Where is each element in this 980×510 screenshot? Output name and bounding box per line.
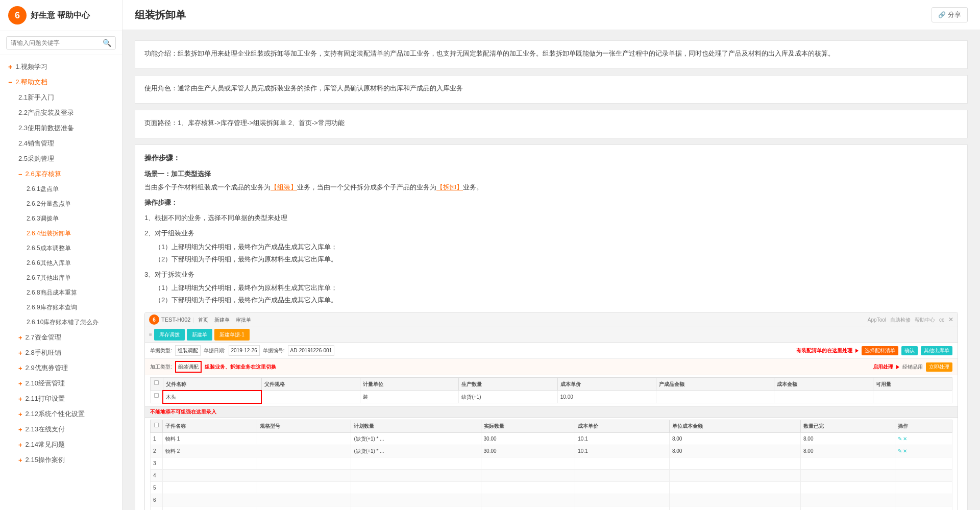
sidebar-item-pay[interactable]: + 2.13在线支付 — [0, 422, 122, 437]
step2-2: （2）下部明细为子件明细，最终作为原材料生成其它出库单。 — [155, 254, 958, 265]
sc-col-checkbox — [151, 378, 163, 391]
sidebar-item-print[interactable]: + 2.11打印设置 — [0, 391, 122, 406]
sc-annotation4: 启用处理 — [873, 362, 893, 371]
sc-select-all[interactable] — [154, 380, 159, 385]
sidebar-item-ops[interactable]: + 2.10经营管理 — [0, 376, 122, 391]
sc-annotation1: 有装配清单的在这里处理 — [796, 346, 852, 355]
ops-steps-title: 操作步骤： — [144, 199, 178, 206]
sidebar-item-mobile[interactable]: + 2.8手机旺铺 — [0, 345, 122, 360]
sc-lower-col-done: 数量已完 — [801, 420, 895, 432]
sc-lower-col-actual-qty: 实际数量 — [481, 420, 575, 432]
sidebar-item-2.6.4[interactable]: 2.6.4组装拆卸单 — [0, 226, 122, 241]
sc-tab-new-doc[interactable]: 新建单 — [187, 329, 212, 341]
sc-date-value: 2019-12-26 — [229, 345, 260, 356]
sc-btn-match[interactable]: 选择配料清单 — [862, 346, 898, 355]
sc-new-doc-btn[interactable]: 新建单据-1 — [214, 329, 250, 341]
sidebar-item-video[interactable]: + 1.视频学习 — [0, 59, 122, 75]
sc-nav-tab-approval[interactable]: 审批单 — [234, 315, 253, 324]
scene1-desc: 当由多个子件材料组装成一个成品的业务为【组装】业务，当由一个父件拆分成多个子产品… — [144, 182, 958, 193]
sc-btn-confirm[interactable]: 确认 — [901, 346, 918, 355]
sc-lower-row-7: 7 — [151, 506, 952, 510]
topbar: 组装拆卸单 🔗 分享 — [122, 0, 980, 30]
sc-btn-apply[interactable]: 立即处理 — [926, 362, 952, 372]
sidebar-item-docs[interactable]: − 2.帮助文档 — [0, 75, 122, 90]
sc-docno-label: 单据编号: — [263, 346, 285, 355]
step2-block: 2、对于组装业务 （1）上部明细为父件明细，最终作为产成品生成其它入库单； （2… — [144, 228, 958, 264]
minus-icon: − — [8, 78, 12, 86]
search-area: 🔍 — [0, 31, 122, 55]
sidebar-item-inventory[interactable]: − 2.6库存核算 — [0, 166, 122, 182]
sc-right-check: 自助检修 — [890, 315, 911, 324]
plus-icon-sys: + — [18, 410, 22, 418]
sc-date-label: 单据日期: — [204, 346, 226, 355]
sc-form-row2: 加工类型: 组装调配 组装业务、拆卸业务在这里切换 启用处理 经销品用 立即处理 — [145, 359, 958, 375]
sc-close-icon[interactable]: ✕ — [948, 314, 953, 325]
sc-upper-table: 父件名称 父件规格 计量单位 生产数量 成本单价 产成品金额 成本金额 可用量 — [150, 377, 952, 404]
share-button[interactable]: 🔗 分享 — [932, 7, 968, 22]
step2: 2、对于组装业务 — [144, 228, 958, 239]
role-text: 使用角色：通常由生产人员或库管人员完成拆装业务的操作，库管人员确认原材料的出库和… — [144, 83, 958, 94]
sc-lower-col-checkbox — [151, 420, 163, 432]
sc-tab-inventory[interactable]: 库存调拨 — [154, 329, 185, 341]
sc-btn-other-out[interactable]: 其他出库单 — [921, 346, 952, 355]
sc-row2-ops[interactable]: ✎ ✕ — [898, 448, 908, 454]
step2-sub: （1）上部明细为父件明细，最终作为产成品生成其它入库单； （2）下部明细为子件明… — [144, 241, 958, 265]
step3-1: （1）上部明细为父件明细，最终作为原材料生成其它出库单； — [155, 282, 958, 294]
sc-doc-type-value: 组装调配 — [175, 345, 201, 356]
step2-1: （1）上部明细为父件明细，最终作为产成品生成其它入库单； — [155, 241, 958, 253]
sidebar-item-install[interactable]: 2.2产品安装及登录 — [0, 105, 122, 120]
sc-col-cost-price: 成本单价 — [557, 378, 656, 391]
sc-annotation3: 不能地添不可组强在这里录入 — [150, 407, 216, 416]
scene1-title: 场景一：加工类型选择 — [144, 170, 211, 178]
sc-row1-ops[interactable]: ✎ ✕ — [898, 436, 908, 442]
sc-col-prod-qty: 生产数量 — [459, 378, 557, 391]
sc-lower-select-all[interactable] — [154, 423, 159, 427]
zuangzhuang-text: 【组装】 — [271, 183, 297, 191]
sidebar-item-sales[interactable]: 2.4销售管理 — [0, 136, 122, 151]
sidebar-item-2.6.7[interactable]: 2.6.7其他出库单 — [0, 271, 122, 285]
sidebar-item-purchase[interactable]: 2.5采购管理 — [0, 151, 122, 166]
sidebar-item-2.6.1[interactable]: 2.6.1盘点单 — [0, 182, 122, 197]
sidebar-item-2.6.9[interactable]: 2.6.9库存账本查询 — [0, 300, 122, 315]
role-card: 使用角色：通常由生产人员或库管人员完成拆装业务的操作，库管人员确认原材料的出库和… — [135, 75, 968, 104]
step1-block: 1、根据不同的业务，选择不同单据的类型来处理 — [144, 212, 958, 224]
sidebar-item-new[interactable]: 2.1新手入门 — [0, 90, 122, 105]
sidebar-item-2.6.6[interactable]: 2.6.6其他入库单 — [0, 256, 122, 271]
sc-right: AppTool 自助检修 帮助中心 cc ✕ — [868, 314, 953, 325]
sidebar-item-2.6.8[interactable]: 2.6.8商品成本重算 — [0, 285, 122, 300]
sc-topbar-divider1: | — [192, 315, 194, 325]
sidebar-item-faq[interactable]: + 2.14常见问题 — [0, 437, 122, 452]
sidebar-item-data[interactable]: 2.3使用前数据准备 — [0, 120, 122, 136]
sc-row-checkbox[interactable] — [154, 393, 159, 398]
sc-brand: TEST-H002 — [161, 315, 190, 325]
sc-topbar: 6 TEST-H002 | 首页 新建单 审批单 AppTool 自助检修 帮助… — [145, 312, 958, 327]
sidebar-item-finance[interactable]: + 2.7资金管理 — [0, 330, 122, 345]
sc-nav-tab-home[interactable]: 首页 — [196, 315, 210, 324]
sc-lower-col-unit-cost: 单位成本金额 — [669, 420, 800, 432]
sc-separator: 不能地添不可组强在这里录入 — [145, 406, 958, 418]
sc-nav-tab-new[interactable]: 新建单 — [212, 315, 232, 324]
search-icon[interactable]: 🔍 — [103, 39, 111, 47]
sc-col-avail: 可用量 — [873, 378, 952, 391]
sc-lower-row-6: 6 — [151, 494, 952, 506]
search-input[interactable] — [11, 39, 103, 46]
sidebar-item-coupon[interactable]: + 2.9优惠券管理 — [0, 360, 122, 376]
sc-field2: 经销品用 — [902, 362, 923, 371]
sidebar-item-cases[interactable]: + 2.15操作案例 — [0, 452, 122, 468]
sc-side-icons: ≡ — [149, 330, 152, 339]
screenshot: 6 TEST-H002 | 首页 新建单 审批单 AppTool 自助检修 帮助… — [144, 312, 958, 510]
sc-right-user: cc — [939, 315, 944, 324]
sidebar-item-2.6.3[interactable]: 2.6.3调拨单 — [0, 211, 122, 226]
sidebar-item-2.6.5[interactable]: 2.6.5成本调整单 — [0, 241, 122, 256]
logo-icon: 6 — [8, 6, 27, 25]
sidebar: 6 好生意 帮助中心 🔍 + 1.视频学习 − 2.帮助文档 2.1新手入门 2… — [0, 0, 122, 510]
sc-lower-table: 子件名称 规格型号 计划数量 实际数量 成本单价 单位成本金额 数量已完 操作 — [150, 420, 952, 510]
plus-icon: + — [8, 63, 12, 71]
minus-icon-inv: − — [18, 171, 22, 178]
sc-process-type-label: 加工类型: — [150, 362, 172, 371]
content-area: 功能介绍：组装拆卸单用来处理企业组装或拆卸等加工业务，支持有固定装配清单的产品加… — [122, 30, 980, 510]
logo-text: 好生意 帮助中心 — [31, 10, 90, 21]
sidebar-item-sys[interactable]: + 2.12系统个性化设置 — [0, 406, 122, 422]
sidebar-item-2.6.2[interactable]: 2.6.2分量盘点单 — [0, 197, 122, 211]
sidebar-item-2.6.10[interactable]: 2.6.10库存账本错了怎么办 — [0, 315, 122, 330]
